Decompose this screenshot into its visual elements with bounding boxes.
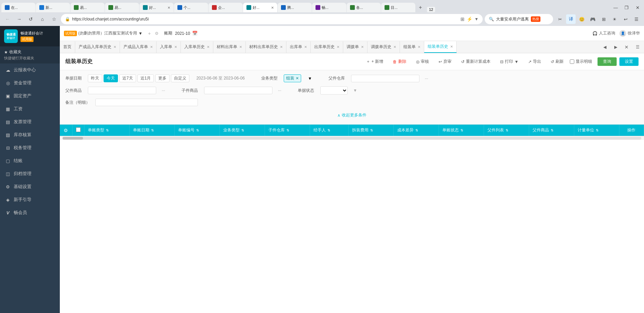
tab-transfer[interactable]: 调拨单 ✕	[343, 41, 367, 53]
undo-icon[interactable]: ↩	[621, 14, 630, 24]
tab-out-order[interactable]: 出库单 ✕	[286, 41, 311, 53]
parent-goods-input[interactable]	[88, 87, 156, 94]
th-order-status[interactable]: 单账状态 ⇅	[439, 125, 484, 136]
tab-out-history-close[interactable]: ✕	[337, 45, 339, 49]
sidebar-item-inventory[interactable]: ▧ 库存核算	[0, 128, 60, 141]
sidebar-item-fund-mgmt[interactable]: ◎ 资金管理	[0, 76, 60, 89]
date-custom-btn[interactable]: 自定义	[171, 74, 189, 82]
browser-tab-2[interactable]: 新...	[36, 3, 70, 12]
favorites-shortcut[interactable]: 快捷键打开收藏夹	[4, 56, 56, 61]
refresh-button[interactable]: ↺ 刷新	[547, 57, 567, 66]
tab-assembly-in[interactable]: 产成品入库单 ✕	[120, 41, 157, 53]
address-dropdown-icon[interactable]: ▼	[474, 17, 479, 22]
tab-material-out-history-close[interactable]: ✕	[280, 45, 283, 49]
display-detail-checkbox[interactable]: 显示明细	[570, 59, 592, 65]
address-input-box[interactable]: 🔒 https://cloud.chanjet.com/accounting/u…	[61, 14, 483, 24]
th-parent-list[interactable]: 父件列表 ⇅	[484, 125, 529, 136]
th-handler[interactable]: 经手人 ⇅	[310, 125, 348, 136]
tab-in-history[interactable]: 入库单历史 ✕	[181, 41, 213, 53]
tab-material-out-close[interactable]: ✕	[239, 45, 242, 49]
tab-assembly-in-history-close[interactable]: ✕	[113, 45, 116, 49]
tab-in-history-close[interactable]: ✕	[207, 45, 210, 49]
tab-close-8[interactable]: ✕	[271, 6, 274, 10]
sidebar-item-membership[interactable]: V 畅会员	[0, 206, 60, 219]
tab-minimize[interactable]: —	[611, 3, 621, 12]
tab-close-window[interactable]: ✕	[632, 3, 643, 12]
browser-tab-3[interactable]: 易...	[70, 3, 105, 12]
tab-transfer-history-close[interactable]: ✕	[393, 45, 396, 49]
add-company-btn[interactable]: +	[148, 31, 151, 36]
add-button[interactable]: ＋ + 新增	[363, 57, 387, 66]
child-goods-input[interactable]	[204, 87, 272, 94]
company-selector[interactable]: 试用版 (勿删勿禁用）江西服宝测试专用 ▼	[64, 30, 143, 36]
browser-tab-7[interactable]: 企...	[209, 3, 243, 12]
tabs-close-btn[interactable]: ✕	[621, 42, 632, 52]
select-all-checkbox[interactable]	[76, 127, 81, 132]
settings-btn[interactable]: ⚙	[155, 31, 159, 36]
sidebar-item-tax[interactable]: ⊟ 税务管理	[0, 141, 60, 154]
scrollbar-thumb[interactable]	[63, 137, 83, 140]
tab-restore[interactable]: ❐	[621, 3, 632, 12]
grid-icon[interactable]: ⊞	[599, 14, 608, 24]
tabs-next-btn[interactable]: ▶	[611, 42, 621, 52]
th-unit[interactable]: 计量单位 ⇅	[574, 125, 619, 136]
th-date[interactable]: 单账日期 ⇅	[129, 125, 174, 136]
tabs-prev-btn[interactable]: ◀	[600, 42, 610, 52]
browser-tab-6[interactable]: 个...	[174, 3, 208, 12]
user-service-btn[interactable]: 🎧 人工咨询	[592, 30, 615, 36]
browser-tab-9[interactable]: 腾...	[278, 3, 312, 12]
scrollbar-track[interactable]	[63, 137, 641, 140]
collapse-bar[interactable]: ∧ 收起更多条件	[65, 110, 639, 120]
tab-material-out[interactable]: 材料出库单 ✕	[213, 41, 246, 53]
back-button[interactable]: ←	[3, 14, 12, 24]
bookmark-button[interactable]: ☆	[49, 14, 59, 24]
period-selector[interactable]: 账期 2021-10 📅	[164, 30, 198, 36]
table-settings-icon[interactable]: ⚙	[64, 128, 68, 133]
menu-icon[interactable]: ☰	[632, 14, 641, 24]
sidebar-item-payroll[interactable]: ▦ 工资	[0, 102, 60, 115]
browser-tab-12[interactable]: 目...	[381, 3, 415, 12]
child-goods-dots[interactable]: ···	[278, 88, 281, 93]
sidebar-item-fixed-assets[interactable]: ▣ 固定资产	[0, 89, 60, 102]
business-type-tag-close[interactable]: ✕	[296, 76, 299, 81]
tab-transfer-close[interactable]: ✕	[361, 45, 364, 49]
business-type-dropdown-icon[interactable]: ▼	[308, 76, 312, 81]
th-type[interactable]: 单账类型 ⇅	[84, 125, 129, 136]
tab-assembly-close[interactable]: ✕	[418, 45, 420, 49]
remarks-input[interactable]	[95, 99, 198, 106]
sidebar-item-archive[interactable]: ◫ 归档管理	[0, 167, 60, 180]
th-checkbox[interactable]	[72, 125, 84, 136]
browser-tab-10[interactable]: 畅...	[312, 3, 346, 12]
tab-assembly-history[interactable]: 组装单历史 ✕	[424, 41, 457, 53]
user-avatar[interactable]: 👤 徐泽华	[619, 30, 640, 37]
date-7days-btn[interactable]: 近7天	[119, 74, 136, 82]
settings-setup-button[interactable]: 设置	[619, 57, 639, 66]
date-1month-btn[interactable]: 近1月	[137, 74, 154, 82]
sidebar-item-guide[interactable]: ◈ 新手引导	[0, 193, 60, 206]
scissors-icon[interactable]: ✂	[555, 14, 565, 24]
game-icon[interactable]: 🎮	[588, 14, 598, 24]
th-cost-diff[interactable]: 成本差异 ⇅	[393, 125, 439, 136]
th-settings[interactable]: ⚙	[60, 125, 72, 136]
search-box[interactable]: 🔍 大量安卓用户逃离 热搜	[485, 14, 553, 24]
parent-goods-dots[interactable]: ···	[162, 88, 165, 93]
tab-assembly-history-close[interactable]: ✕	[450, 45, 453, 48]
tab-out-order-close[interactable]: ✕	[304, 45, 307, 49]
print-button[interactable]: ⊟ 打印 ▼	[497, 57, 522, 66]
date-yesterday-btn[interactable]: 昨天	[88, 74, 102, 82]
order-status-select[interactable]	[320, 86, 348, 95]
tab-assembly-in-close[interactable]: ✕	[150, 45, 153, 49]
browser-tab-11[interactable]: 各...	[347, 3, 381, 12]
translate-icon[interactable]: 译	[566, 14, 576, 24]
tabs-more-btn[interactable]: ☰	[632, 42, 643, 52]
delete-button[interactable]: 🗑 删除	[389, 57, 410, 66]
date-today-btn[interactable]: 今天	[104, 74, 118, 82]
refresh-button[interactable]: ↺	[26, 14, 36, 24]
tab-assembly[interactable]: 组装单 ✕	[400, 41, 424, 53]
sidebar-item-invoice[interactable]: ▤ 发票管理	[0, 115, 60, 128]
date-more-btn[interactable]: 更多	[155, 74, 170, 82]
settings-icon[interactable]: ☀	[610, 14, 619, 24]
tab-home[interactable]: 首页	[60, 41, 75, 53]
query-button[interactable]: 查询	[598, 57, 617, 66]
tab-assembly-in-history[interactable]: 产成品入库单历史 ✕	[75, 41, 120, 53]
